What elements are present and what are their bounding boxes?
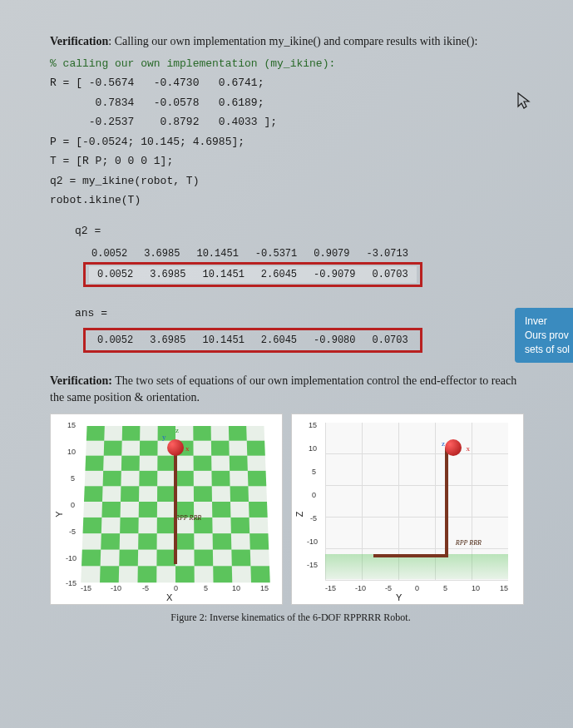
ans-result-block: ans = 0.0052 3.6985 10.1451 2.6045 -0.90…	[75, 307, 531, 356]
q2-r1c5: 0.0703	[364, 266, 417, 283]
r-ytick-0: 0	[312, 491, 316, 499]
ytick-m10: -10	[66, 554, 77, 562]
figure-right: x z RPP RRR Z Y 15 10 5 0 -5 -10 -15 -15…	[291, 414, 524, 605]
q2-r0c3: -0.5371	[247, 245, 305, 262]
annotation-callout: Inver Ours prov sets of sol	[515, 308, 573, 363]
xtick-15: 15	[260, 584, 269, 592]
q2-r1c2: 10.1451	[194, 266, 252, 283]
code-line-2: 0.7834 -0.0578 0.6189;	[50, 96, 531, 111]
cursor-icon	[516, 92, 531, 114]
heading1-rest: : Calling our own implementation my_ikin…	[108, 35, 477, 47]
q2-result-block: q2 = 0.0052 3.6985 10.1451 -0.5371 0.907…	[75, 225, 531, 290]
ground-plane	[325, 554, 508, 579]
code-comment: % calling our own implementation (my_iki…	[50, 57, 531, 72]
q2-row-0: 0.0052 3.6985 10.1451 -0.5371 0.9079 -3.…	[83, 245, 417, 262]
code-line-1: R = [ -0.5674 -0.4730 0.6741;	[50, 76, 531, 91]
axis-z-marker-2: z	[442, 439, 445, 448]
q2-row-1: 0.0052 3.6985 10.1451 2.6045 -0.9079 0.0…	[89, 266, 417, 283]
r-xtick-5: 5	[443, 584, 447, 592]
verification-heading-2: Verification: The two sets of equations …	[50, 373, 531, 405]
y-axis-label-1: Y	[54, 511, 64, 517]
xtick-0: 0	[174, 584, 178, 592]
ans-row: 0.0052 3.6985 10.1451 2.6045 -0.9080 0.0…	[89, 332, 417, 349]
callout-line-1: Inver	[525, 314, 573, 329]
heading2-rest: The two sets of equations of our own imp…	[50, 374, 516, 404]
q2-r1c0: 0.0052	[89, 266, 141, 283]
figures-container: x y z RPP RRR Y X 15 10 5 0 -5 -10 -15 -…	[50, 414, 531, 605]
q2-r0c2: 10.1451	[188, 245, 246, 262]
robot-name-label-2: RPP RRR	[456, 539, 482, 547]
xtick-10: 10	[232, 584, 240, 592]
y-axis-label-2: Y	[396, 592, 402, 602]
ytick-m5: -5	[69, 527, 76, 536]
heading2-bold: Verification:	[50, 374, 112, 387]
code-line-6: q2 = my_ikine(robot, T)	[50, 174, 531, 189]
r-xtick-m10: -10	[355, 584, 366, 592]
q2-label: q2 =	[75, 225, 531, 237]
r-ytick-m15: -15	[307, 561, 318, 569]
code-line-3: -0.2537 0.8792 0.4033 ];	[50, 115, 531, 130]
figure-left: x y z RPP RRR Y X 15 10 5 0 -5 -10 -15 -…	[50, 414, 283, 605]
r-ytick-10: 10	[309, 444, 317, 453]
ytick-5: 5	[71, 474, 75, 483]
r-ytick-5: 5	[312, 468, 316, 476]
axis-x-marker: x	[185, 444, 190, 453]
q2-r1c1: 3.6985	[141, 266, 194, 283]
code-line-4: P = [-0.0524; 10.145; 4.6985];	[50, 135, 531, 150]
ans-highlighted-box: 0.0052 3.6985 10.1451 2.6045 -0.9080 0.0…	[83, 328, 422, 353]
ans-c3: 2.6045	[253, 332, 305, 349]
ans-c2: 10.1451	[194, 332, 252, 349]
ans-label: ans =	[75, 307, 531, 319]
ans-c5: 0.0703	[364, 332, 417, 349]
robot-name-label-1: RPP RRR	[175, 514, 201, 522]
r-xtick-15: 15	[500, 584, 508, 592]
q2-r1c3: 2.6045	[253, 266, 305, 283]
callout-line-2: Ours prov	[525, 329, 573, 343]
xtick-m15: -15	[81, 584, 91, 592]
ans-c0: 0.0052	[89, 332, 141, 349]
axis-x-marker-2: x	[467, 444, 471, 453]
z-axis-label-2: Z	[294, 512, 304, 518]
heading1-bold: Verification	[50, 35, 108, 47]
robot-link-vertical	[445, 448, 448, 556]
ytick-10: 10	[67, 448, 76, 456]
q2-r0c0: 0.0052	[83, 245, 136, 262]
x-axis-label-1: X	[166, 592, 172, 602]
ytick-m15: -15	[66, 579, 77, 587]
figure-caption: Figure 2: Inverse kinematics of the 6-DO…	[50, 612, 531, 624]
axis-y-marker: y	[162, 433, 166, 441]
r-xtick-10: 10	[472, 584, 480, 592]
axis-z-marker: z	[175, 426, 179, 434]
q2-highlighted-box: 0.0052 3.6985 10.1451 2.6045 -0.9079 0.0…	[83, 262, 422, 287]
ytick-0: 0	[71, 501, 75, 509]
r-xtick-0: 0	[415, 584, 419, 592]
code-line-5: T = [R P; 0 0 0 1];	[50, 154, 531, 169]
verification-heading-1: Verification: Calling our own implementa…	[50, 33, 531, 50]
q2-r1c4: -0.9079	[305, 266, 363, 283]
ans-c1: 3.6985	[141, 332, 194, 349]
r-ytick-15: 15	[309, 421, 317, 429]
r-ytick-m10: -10	[307, 537, 318, 546]
q2-r0c1: 3.6985	[136, 245, 188, 262]
robot-link-horizontal	[373, 554, 448, 557]
r-ytick-m5: -5	[310, 514, 317, 522]
robot-link	[174, 448, 177, 564]
code-line-7: robot.ikine(T)	[50, 193, 531, 208]
q2-r0c4: 0.9079	[305, 245, 358, 262]
xtick-m5: -5	[142, 584, 149, 592]
r-xtick-m15: -15	[325, 584, 336, 592]
ytick-15: 15	[67, 421, 76, 429]
r-xtick-m5: -5	[385, 584, 392, 592]
q2-r0c5: -3.0713	[358, 245, 417, 262]
ans-c4: -0.9080	[305, 332, 363, 349]
callout-line-3: sets of sol	[525, 343, 573, 357]
xtick-5: 5	[204, 584, 208, 592]
xtick-m10: -10	[111, 584, 121, 592]
